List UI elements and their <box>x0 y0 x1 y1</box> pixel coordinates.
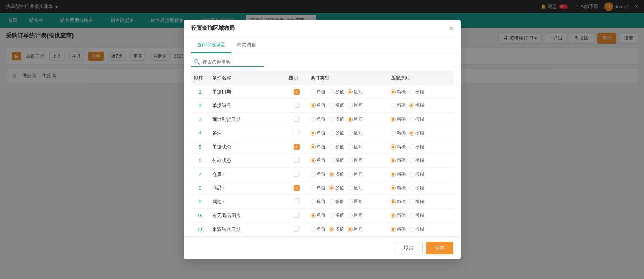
tab-query-fields[interactable]: 查询字段设置 <box>191 37 231 53</box>
tab-layout-adjust[interactable]: 布局调整 <box>231 37 262 53</box>
settings-modal: 设置查询区域布局 × 查询字段设置 布局调整 🔍 顺序 条件名称 显示 <box>184 20 461 87</box>
cell-type-0: 单值多值区间 <box>308 85 388 88</box>
modal-table-container: 顺序 条件名称 显示 条件类型 匹配原则 1单据日期单值多值区间精确模糊2单据编… <box>184 71 461 87</box>
search-input[interactable] <box>202 59 261 65</box>
modal-overlay: 设置查询区域布局 × 查询字段设置 布局调整 🔍 顺序 条件名称 显示 <box>0 0 644 87</box>
cell-match-0: 精确模糊 <box>388 85 453 88</box>
search-icon: 🔍 <box>194 59 200 65</box>
settings-table: 顺序 条件名称 显示 条件类型 匹配原则 1单据日期单值多值区间精确模糊2单据编… <box>191 71 453 87</box>
th-type: 条件类型 <box>308 71 388 85</box>
th-name: 条件名称 <box>209 71 286 85</box>
search-box: 🔍 <box>191 58 264 67</box>
table-header-row: 顺序 条件名称 显示 条件类型 匹配原则 <box>191 71 453 85</box>
table-row: 1单据日期单值多值区间精确模糊 <box>191 85 453 88</box>
cell-show-0[interactable] <box>286 85 308 88</box>
modal-close-button[interactable]: × <box>449 25 453 32</box>
modal-search: 🔍 <box>184 53 461 71</box>
th-show: 显示 <box>286 71 308 85</box>
cell-name-0: 单据日期 <box>209 85 286 88</box>
modal-title: 设置查询区域布局 <box>191 25 235 32</box>
modal-tabs: 查询字段设置 布局调整 <box>184 37 461 53</box>
th-match: 匹配原则 <box>388 71 453 85</box>
modal-header: 设置查询区域布局 × <box>184 20 461 37</box>
th-order: 顺序 <box>191 71 209 85</box>
cell-order-0: 1 <box>191 85 209 88</box>
